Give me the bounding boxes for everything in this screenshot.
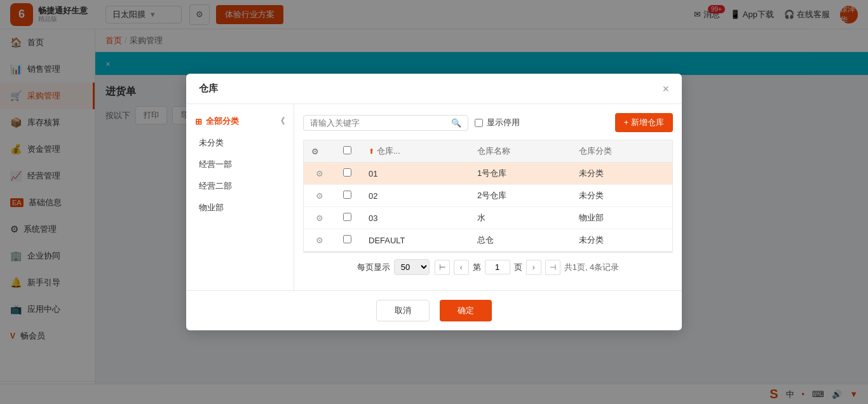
row-check-3 <box>336 207 361 229</box>
settings-icon[interactable]: ⚙ <box>311 147 319 156</box>
next-page-button[interactable]: › <box>526 260 541 275</box>
disabled-checkbox[interactable] <box>475 119 483 127</box>
row-name-3: 水 <box>470 207 571 229</box>
cancel-button[interactable]: 取消 <box>376 300 430 321</box>
select-all-checkbox[interactable] <box>343 146 351 154</box>
row-name-4: 总仓 <box>470 229 571 252</box>
modal-header: 仓库 × <box>186 74 682 104</box>
prev-page-button[interactable]: ‹ <box>454 260 469 275</box>
page-nav: ⊢ ‹ 第 页 › ⊣ 共1页, 4条记录 <box>435 260 620 275</box>
row-gear-1: ⚙ <box>304 163 336 185</box>
add-warehouse-button[interactable]: + 新增仓库 <box>615 113 673 132</box>
row-checkbox-2[interactable] <box>343 191 351 199</box>
modal-body: ⊞ 全部分类 《 未分类 经营一部 经营二部 物业部 <box>186 104 682 290</box>
row-name-1: 1号仓库 <box>470 163 571 185</box>
gear-icon[interactable]: ⚙ <box>316 213 323 223</box>
row-gear-4: ⚙ <box>304 229 336 252</box>
modal-title: 仓库 <box>199 83 218 95</box>
first-page-button[interactable]: ⊢ <box>435 260 450 275</box>
row-code-3: 03 <box>361 207 470 229</box>
row-checkbox-4[interactable] <box>343 235 351 243</box>
table-row: ⚙ 03 水 物业部 <box>304 207 672 229</box>
modal-sidebar-item-1[interactable]: 经营一部 <box>186 154 294 175</box>
page-info: 共1页, 4条记录 <box>564 262 620 273</box>
row-gear-3: ⚙ <box>304 207 336 229</box>
main-content: 首页 / 采购管理 × 进货单 按以下 打印 导出 刷新 查询 设置 <box>95 29 868 404</box>
page-number-input[interactable] <box>485 260 510 274</box>
table-row: ⚙ 02 2号仓库 未分类 <box>304 185 672 207</box>
table-row: ⚙ DEFAULT 总仓 未分类 <box>304 229 672 252</box>
row-code-2: 02 <box>361 185 470 207</box>
search-box: 🔍 <box>303 115 468 131</box>
modal-sidebar-header[interactable]: ⊞ 全部分类 《 <box>186 111 294 132</box>
collapse-icon[interactable]: 《 <box>276 116 285 127</box>
search-icon: 🔍 <box>451 118 461 128</box>
row-name-2: 2号仓库 <box>470 185 571 207</box>
modal-sidebar-item-2[interactable]: 经营二部 <box>186 175 294 197</box>
grid-icon: ⊞ <box>195 117 202 126</box>
th-name: 仓库名称 <box>470 140 571 163</box>
gear-icon[interactable]: ⚙ <box>316 236 323 245</box>
sort-icon: ⬆ <box>369 147 374 156</box>
modal-sidebar-item-0[interactable]: 未分类 <box>186 132 294 154</box>
row-check-4 <box>336 229 361 252</box>
row-check-1 <box>336 163 361 185</box>
last-page-button[interactable]: ⊣ <box>545 260 560 275</box>
modal-close-button[interactable]: × <box>662 83 669 95</box>
modal-toolbar: 🔍 显示停用 + 新增仓库 <box>303 113 673 132</box>
warehouse-modal: 仓库 × ⊞ 全部分类 《 未分类 经营一部 经营二部 <box>186 74 682 330</box>
row-cat-3: 物业部 <box>571 207 672 229</box>
modal-main: 🔍 显示停用 + 新增仓库 <box>294 104 682 290</box>
confirm-button[interactable]: 确定 <box>440 300 492 321</box>
row-code-4: DEFAULT <box>361 229 470 252</box>
table-row: ⚙ 01 1号仓库 未分类 <box>304 163 672 185</box>
row-code-1: 01 <box>361 163 470 185</box>
th-code: ⬆ 仓库... <box>361 140 470 163</box>
row-checkbox-3[interactable] <box>343 213 351 221</box>
row-gear-2: ⚙ <box>304 185 336 207</box>
modal-actions: 取消 确定 <box>186 290 682 330</box>
modal-overlay: 仓库 × ⊞ 全部分类 《 未分类 经营一部 经营二部 <box>95 29 868 404</box>
row-cat-1: 未分类 <box>571 163 672 185</box>
row-checkbox-1[interactable] <box>343 168 351 177</box>
th-gear: ⚙ <box>304 140 336 163</box>
th-checkbox <box>336 140 361 163</box>
modal-footer: 每页显示 50 100 200 ⊢ ‹ 第 <box>303 252 673 281</box>
row-cat-4: 未分类 <box>571 229 672 252</box>
row-check-2 <box>336 185 361 207</box>
show-disabled-checkbox[interactable]: 显示停用 <box>475 117 520 128</box>
search-input[interactable] <box>310 118 447 128</box>
main-layout: 🏠 首页 📊 销售管理 🛒 采购管理 📦 库存核算 💰 资金管理 📈 经营管理 … <box>0 29 868 404</box>
gear-icon[interactable]: ⚙ <box>316 169 323 178</box>
gear-icon[interactable]: ⚙ <box>316 191 323 201</box>
page-size-select: 每页显示 50 100 200 <box>357 259 430 275</box>
page-size-dropdown[interactable]: 50 100 200 <box>394 259 430 275</box>
warehouse-table: ⚙ ⬆ 仓库... <box>303 140 673 252</box>
row-cat-2: 未分类 <box>571 185 672 207</box>
modal-sidebar-item-3[interactable]: 物业部 <box>186 197 294 219</box>
table-header-row: ⚙ ⬆ 仓库... <box>304 140 672 163</box>
modal-sidebar: ⊞ 全部分类 《 未分类 经营一部 经营二部 物业部 <box>186 104 294 290</box>
th-category: 仓库分类 <box>571 140 672 163</box>
